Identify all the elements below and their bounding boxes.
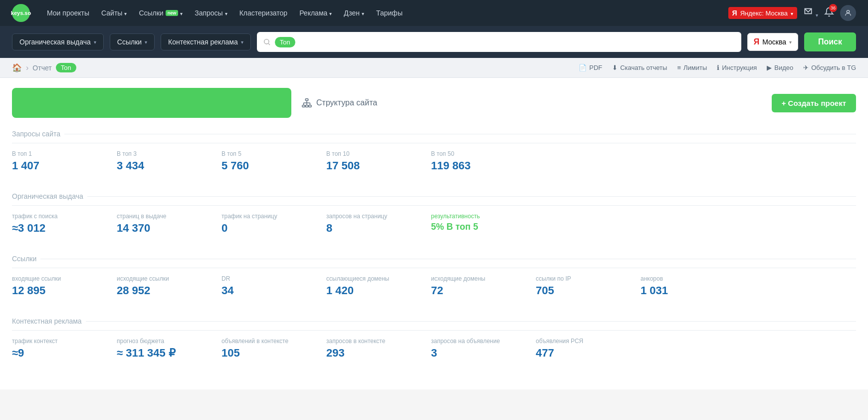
- stat-ads-in-context-label: объявлений в контексте: [221, 338, 296, 345]
- stat-ip-links-value: 705: [536, 284, 611, 297]
- home-icon[interactable]: 🏠: [12, 63, 22, 72]
- stat-page-traffic-value: 0: [221, 222, 296, 235]
- nav-item-requests[interactable]: Запросы: [190, 6, 232, 20]
- stat-search-traffic-value: ≈3 012: [12, 222, 87, 235]
- stat-pages-in-serp-label: страниц в выдаче: [117, 213, 192, 220]
- section-links-title: Ссылки: [12, 255, 856, 268]
- region-chevron-icon: [791, 9, 793, 17]
- stat-budget-forecast: прогноз бюджета ≈ 311 345 ₽: [117, 338, 192, 360]
- search-button[interactable]: Поиск: [804, 32, 856, 51]
- breadcrumb-report-label: Отчет: [32, 64, 51, 72]
- section-context: Контекстная реклама трафик контекст ≈9 п…: [12, 317, 856, 366]
- structure-label: Структура сайта: [316, 98, 377, 107]
- messages-button[interactable]: [803, 7, 818, 19]
- nav-item-advertising[interactable]: Реклама: [294, 6, 337, 20]
- site-name-banner: [12, 88, 291, 118]
- svg-point-0: [847, 10, 849, 13]
- search-input-wrapper: Ton: [257, 32, 741, 52]
- region-select-button[interactable]: Я Москва ▾: [747, 33, 798, 51]
- requests-chevron-icon: [225, 9, 227, 17]
- context-dropdown-button[interactable]: Контекстная реклама ▾: [161, 33, 251, 50]
- stat-dr-label: DR: [221, 275, 296, 282]
- section-organic: Органическая выдача трафик с поиска ≈3 0…: [12, 192, 856, 241]
- user-avatar[interactable]: [840, 5, 856, 21]
- stat-top5: В топ 5 5 760: [221, 150, 296, 172]
- svg-line-2: [268, 43, 270, 45]
- instruction-button[interactable]: ℹ Инструкция: [717, 64, 757, 71]
- region-label: Яндекс: Москва: [740, 9, 788, 17]
- context-arrow-icon: ▾: [241, 39, 243, 45]
- pdf-button[interactable]: 📄 PDF: [579, 64, 602, 71]
- video-label: Видео: [774, 64, 793, 71]
- download-reports-button[interactable]: ⬇ Скачать отчеты: [612, 64, 667, 71]
- yandex-dot-icon: Я: [754, 37, 760, 46]
- video-button[interactable]: ▶ Видео: [767, 64, 793, 71]
- stat-top10-label: В топ 10: [326, 150, 401, 157]
- breadcrumb-tag: Ton: [56, 63, 76, 72]
- stat-queries-in-context-label: запросов в контексте: [326, 338, 401, 345]
- nav-items: Мои проекты Сайты Ссылки new Запросы Кла…: [42, 6, 724, 20]
- stat-ads-in-context: объявлений в контексте 105: [221, 338, 296, 360]
- links-search-label: Ссылки: [117, 38, 142, 46]
- breadcrumb-bar: 🏠 › Отчет Ton 📄 PDF ⬇ Скачать отчеты ≡ Л…: [0, 58, 868, 78]
- stat-dr: DR 34: [221, 275, 296, 297]
- logo[interactable]: keys.so: [12, 4, 30, 22]
- discuss-label: Обсудить в TG: [811, 64, 856, 71]
- site-header: Структура сайта + Создать проект: [12, 88, 856, 118]
- stat-dr-value: 34: [221, 284, 296, 297]
- nav-item-links[interactable]: Ссылки new: [134, 6, 188, 20]
- instruction-label: Инструкция: [722, 64, 757, 71]
- stat-effectiveness-label: результативность: [431, 213, 506, 220]
- create-project-button[interactable]: + Создать проект: [772, 94, 856, 112]
- stat-pages-in-serp: страниц в выдаче 14 370: [117, 213, 192, 235]
- notifications-button[interactable]: 36: [824, 7, 834, 19]
- search-input[interactable]: [299, 38, 735, 46]
- site-structure-link[interactable]: Структура сайта: [301, 97, 377, 108]
- advertising-chevron-icon: [329, 9, 332, 17]
- stat-rsy-ads-label: объявления РСЯ: [536, 338, 611, 345]
- links-arrow-icon: ▾: [145, 39, 147, 45]
- telegram-icon: ✈: [803, 64, 809, 71]
- stat-queries-per-ad-label: запросов на объявление: [431, 338, 506, 345]
- nav-item-my-projects[interactable]: Мои проекты: [42, 6, 94, 20]
- nav-item-dzen[interactable]: Дзен: [339, 6, 369, 20]
- svg-rect-4: [302, 105, 305, 107]
- stat-top3-value: 3 434: [117, 159, 192, 172]
- breadcrumb-actions: 📄 PDF ⬇ Скачать отчеты ≡ Лимиты ℹ Инстру…: [579, 64, 856, 71]
- top-navigation: keys.so Мои проекты Сайты Ссылки new Зап…: [0, 0, 868, 26]
- stat-anchors-value: 1 031: [641, 284, 715, 297]
- stat-outbound-domains-label: исходящие домены: [431, 275, 506, 282]
- stat-ip-links: ссылки по IP 705: [536, 275, 611, 297]
- links-dropdown-button[interactable]: Ссылки ▾: [110, 33, 155, 50]
- stat-search-traffic-label: трафик с поиска: [12, 213, 87, 220]
- search-region-label: Москва: [762, 38, 786, 46]
- stat-top5-label: В топ 5: [221, 150, 296, 157]
- svg-point-1: [264, 39, 268, 44]
- main-content: Структура сайта + Создать проект Запросы…: [0, 78, 868, 390]
- svg-rect-3: [305, 99, 308, 101]
- stat-anchors: анкоров 1 031: [641, 275, 715, 297]
- discuss-tg-button[interactable]: ✈ Обсудить в TG: [803, 64, 856, 71]
- search-bar: Органическая выдача ▾ Ссылки ▾ Контекстн…: [0, 26, 868, 58]
- pdf-label: PDF: [589, 64, 602, 71]
- stat-inbound-links-label: входящие ссылки: [12, 275, 87, 282]
- svg-rect-6: [309, 105, 312, 107]
- stat-queries-per-ad-value: 3: [431, 347, 506, 360]
- stat-context-traffic: трафик контекст ≈9: [12, 338, 87, 360]
- stat-queries-per-ad: запросов на объявление 3: [431, 338, 506, 360]
- stat-context-traffic-label: трафик контекст: [12, 338, 87, 345]
- yandex-region-selector[interactable]: Я Яндекс: Москва: [728, 7, 797, 19]
- organic-label: Органическая выдача: [19, 38, 91, 46]
- limits-button[interactable]: ≡ Лимиты: [677, 64, 707, 71]
- stat-search-traffic: трафик с поиска ≈3 012: [12, 213, 87, 235]
- organic-dropdown-button[interactable]: Органическая выдача ▾: [12, 33, 104, 50]
- nav-item-tariffs[interactable]: Тарифы: [371, 6, 408, 20]
- dzen-chevron-icon: [362, 9, 364, 17]
- nav-item-clusterizer[interactable]: Кластеризатор: [234, 6, 292, 20]
- stat-top50-label: В топ 50: [431, 150, 506, 157]
- stat-ref-domains-label: ссылающиеся домены: [326, 275, 401, 282]
- stat-outbound-domains: исходящие домены 72: [431, 275, 506, 297]
- stat-effectiveness-value: 5% В топ 5: [431, 222, 506, 232]
- stat-page-traffic: трафик на страницу 0: [221, 213, 296, 235]
- nav-item-sites[interactable]: Сайты: [96, 6, 132, 20]
